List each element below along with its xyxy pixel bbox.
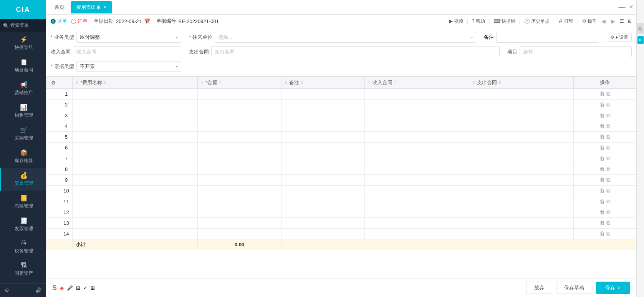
more-options-icon[interactable]: ··· [175, 50, 178, 54]
nav-prev-btn[interactable]: ◀ [601, 18, 606, 24]
view-grid-btn[interactable]: ⊞ [628, 18, 632, 24]
cell-expense-name-7[interactable] [73, 153, 198, 164]
cell-expense-3[interactable] [469, 110, 574, 121]
counterparty-input[interactable]: 选择... ··· [215, 32, 477, 43]
cell-income-11[interactable] [365, 196, 469, 207]
cell-expense-14[interactable] [469, 229, 574, 239]
sidebar-item-sales-mgmt[interactable]: 📊销售管理 [0, 100, 46, 123]
cell-amount-3[interactable] [198, 110, 281, 121]
cell-income-9[interactable] [365, 175, 469, 186]
sidebar-item-invoice-mgmt[interactable]: 🧾发票管理 [0, 213, 46, 236]
cell-amount-5[interactable] [198, 132, 281, 143]
copy-icon-6[interactable]: ⧉ [606, 144, 610, 151]
sidebar-item-marketing[interactable]: 📢营销推广 [0, 77, 46, 100]
delete-icon-3[interactable]: 🗑 [599, 112, 605, 119]
delete-icon-2[interactable]: 🗑 [599, 101, 605, 108]
copy-icon-9[interactable]: ⧉ [606, 177, 610, 183]
cell-income-13[interactable] [365, 218, 469, 229]
sidebar-item-tax-mgmt[interactable]: 🏛税务管理 [0, 236, 46, 258]
cell-note-10[interactable] [281, 186, 364, 196]
tab-home[interactable]: 首页 [49, 1, 70, 13]
print-btn[interactable]: 🖨 打印 [558, 18, 573, 25]
cell-income-10[interactable] [365, 186, 469, 196]
cell-expense-name-13[interactable] [73, 218, 198, 229]
cell-expense-name-2[interactable] [73, 100, 198, 110]
cell-expense-name-6[interactable] [73, 143, 198, 153]
invoice-type-select[interactable]: 不开票 ▾ [76, 61, 181, 72]
right-panel-tab-1[interactable]: 📎 [637, 23, 644, 34]
discard-button[interactable]: 放弃 [526, 282, 552, 294]
radio-red-label[interactable]: 红单 [71, 18, 88, 25]
delete-icon-12[interactable]: 🗑 [599, 209, 605, 216]
copy-icon-1[interactable]: ⧉ [606, 91, 610, 97]
copy-icon-5[interactable]: ⧉ [606, 134, 610, 140]
delete-icon-10[interactable]: 🗑 [599, 187, 605, 194]
cell-amount-11[interactable] [198, 196, 281, 207]
cell-expense-name-1[interactable] [73, 89, 198, 100]
cell-expense-6[interactable] [469, 143, 574, 153]
cell-amount-13[interactable] [198, 218, 281, 229]
history-btn[interactable]: 🕐 历史单据 [524, 18, 550, 25]
cell-expense-5[interactable] [469, 132, 574, 143]
cell-income-5[interactable] [365, 132, 469, 143]
sort-icon2[interactable]: ⇅ [104, 81, 107, 85]
delete-icon-9[interactable]: 🗑 [599, 177, 605, 183]
cell-note-9[interactable] [281, 175, 364, 186]
expense-contract-input[interactable]: 支出合同 ··· [211, 46, 500, 57]
th-gear[interactable]: ⚙ [46, 77, 60, 89]
sidebar-search[interactable]: 🔍 搜索菜单 [0, 19, 46, 32]
more-options-icon3[interactable]: ··· [625, 50, 628, 54]
more-options-icon2[interactable]: ··· [493, 50, 496, 54]
delete-icon-1[interactable]: 🗑 [599, 91, 605, 97]
cell-amount-12[interactable] [198, 207, 281, 218]
delete-icon-5[interactable]: 🗑 [599, 134, 605, 140]
cell-note-14[interactable] [281, 229, 364, 239]
tab-close-expense-bill[interactable]: ✕ [103, 5, 107, 10]
cell-amount-14[interactable] [198, 229, 281, 239]
delete-icon-13[interactable]: 🗑 [599, 220, 605, 226]
sidebar-item-salary[interactable]: 💵工资 [0, 280, 46, 283]
cell-expense-1[interactable] [469, 89, 574, 100]
cell-note-3[interactable] [281, 110, 364, 121]
ops-btn[interactable]: ⚙ 操作 [582, 18, 597, 25]
cell-expense-name-14[interactable] [73, 229, 198, 239]
delete-icon-8[interactable]: 🗑 [599, 166, 605, 173]
cell-expense-4[interactable] [469, 121, 574, 132]
right-panel-tab-2[interactable]: ≡ [637, 36, 644, 44]
cell-income-8[interactable] [365, 164, 469, 175]
view-list-btn[interactable]: ☰ [620, 18, 624, 24]
cell-expense-10[interactable] [469, 186, 574, 196]
cell-amount-6[interactable] [198, 143, 281, 153]
sort-icon[interactable]: ⇅ [76, 81, 79, 85]
cell-note-8[interactable] [281, 164, 364, 175]
cell-note-1[interactable] [281, 89, 364, 100]
cell-expense-8[interactable] [469, 164, 574, 175]
cell-amount-10[interactable] [198, 186, 281, 196]
cell-income-4[interactable] [365, 121, 469, 132]
copy-icon-2[interactable]: ⧉ [606, 101, 610, 108]
copy-icon-4[interactable]: ⧉ [606, 123, 610, 129]
help-btn[interactable]: ? 帮助 [472, 18, 485, 25]
cell-expense-name-4[interactable] [73, 121, 198, 132]
cell-income-6[interactable] [365, 143, 469, 153]
delete-icon-4[interactable]: 🗑 [599, 123, 605, 129]
delete-icon-11[interactable]: 🗑 [599, 198, 605, 205]
tab-expense-bill[interactable]: 费用支出单✕ [71, 1, 112, 13]
save-button[interactable]: 保存 ∨ [596, 282, 630, 294]
diamond-icon[interactable]: ◆ [60, 285, 64, 291]
copy-icon-8[interactable]: ⧉ [606, 166, 610, 173]
remark-input[interactable] [496, 32, 599, 43]
cell-expense-name-8[interactable] [73, 164, 198, 175]
cell-note-6[interactable] [281, 143, 364, 153]
cell-income-1[interactable] [365, 89, 469, 100]
delete-icon-14[interactable]: 🗑 [599, 231, 605, 237]
cell-expense-12[interactable] [469, 207, 574, 218]
cell-expense-name-11[interactable] [73, 196, 198, 207]
nav-next-btn[interactable]: ▶ [610, 18, 616, 24]
cell-amount-1[interactable] [198, 89, 281, 100]
settings-icon[interactable]: ⚙ [5, 287, 9, 293]
cell-note-13[interactable] [281, 218, 364, 229]
cell-expense-name-3[interactable] [73, 110, 198, 121]
delete-icon-7[interactable]: 🗑 [599, 155, 605, 162]
cell-expense-name-9[interactable] [73, 175, 198, 186]
